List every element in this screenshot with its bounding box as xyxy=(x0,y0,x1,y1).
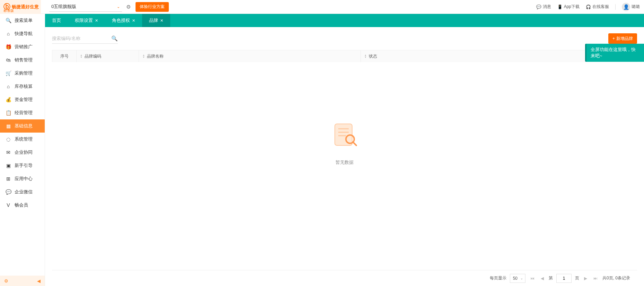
sidebar-item-label: 畅会员 xyxy=(15,202,28,208)
messages-link[interactable]: 💬 消息 xyxy=(536,4,551,10)
sidebar-item-guide[interactable]: ▣新手引导 xyxy=(0,159,45,172)
tab-roleauth[interactable]: 角色授权 ✕ xyxy=(105,14,142,27)
org-name: 0五组旗舰版 xyxy=(51,3,76,10)
sidebar-item-inventory[interactable]: ⌂库存核算 xyxy=(0,80,45,93)
sidebar-item-label: 采购管理 xyxy=(15,70,33,76)
home-icon: ⌂ xyxy=(6,31,11,36)
collapse-icon[interactable]: ◀ xyxy=(37,278,41,284)
sidebar-item-quicknav[interactable]: ⌂快捷导航 xyxy=(0,27,45,40)
tab-label: 角色授权 xyxy=(112,17,130,24)
col-code[interactable]: ▲▼ 品牌编码 xyxy=(77,50,139,62)
col-seq[interactable]: 序号 xyxy=(52,50,77,62)
page-input[interactable] xyxy=(556,274,572,283)
sidebar-item-sales[interactable]: 🛍销售管理 xyxy=(0,53,45,67)
add-btn-label: 新增品牌 xyxy=(616,36,633,42)
sidebar-item-funds[interactable]: 💰资金管理 xyxy=(0,93,45,106)
prev-page-button[interactable]: ◀ xyxy=(539,276,545,281)
app-download-link[interactable]: 📱 App下载 xyxy=(557,4,580,10)
divider xyxy=(615,4,616,10)
tab-label: 首页 xyxy=(52,17,61,24)
sidebar-item-label: 销售管理 xyxy=(15,57,33,63)
sidebar-item-label: 应用中心 xyxy=(15,176,33,182)
sort-icon[interactable]: ▲▼ xyxy=(364,54,367,58)
settings-icon[interactable]: ⚙ xyxy=(4,278,8,284)
empty-illustration-icon xyxy=(327,118,362,152)
page-summary: 共0页, 0条记录 xyxy=(602,275,630,281)
close-icon[interactable]: ✕ xyxy=(95,18,98,23)
org-select[interactable]: 0五组旗舰版 ⌄ xyxy=(49,2,122,12)
search-field[interactable]: 🔍 xyxy=(52,33,118,44)
search-icon[interactable]: 🔍 xyxy=(111,35,118,42)
close-icon[interactable]: ✕ xyxy=(132,18,135,23)
gear-icon[interactable]: ⚙ xyxy=(126,4,131,10)
sidebar-item-search[interactable]: 🔍搜索菜单 xyxy=(0,14,45,27)
circle-icon: ◌ xyxy=(6,136,11,142)
tab-label: 品牌 xyxy=(149,17,158,24)
sidebar-item-label: 资金管理 xyxy=(15,96,33,103)
fullscreen-tip[interactable]: 全屏功能在这里哦，快来吧~ xyxy=(585,44,644,62)
close-icon[interactable]: ✕ xyxy=(160,18,163,23)
money-icon: 💰 xyxy=(6,97,11,102)
avatar-icon: 👤 xyxy=(622,3,630,11)
headset-icon: 🎧 xyxy=(586,5,591,9)
add-brand-button[interactable]: + 新增品牌 xyxy=(608,33,637,44)
experience-button[interactable]: 体验行业方案 xyxy=(136,2,169,12)
per-page-label: 每页显示 xyxy=(490,275,506,281)
sidebar-item-label: 基础信息 xyxy=(15,123,33,129)
grid-icon: ▦ xyxy=(6,123,11,129)
per-page-select[interactable]: 50 ⌄ xyxy=(510,274,525,283)
search-input[interactable] xyxy=(52,36,111,41)
sidebar-item-label: 企业微信 xyxy=(15,189,33,195)
tab-home[interactable]: 首页 xyxy=(45,14,68,27)
logo-subtext: 标准版 xyxy=(3,8,14,13)
tabs: 首页 权限设置 ✕ 角色授权 ✕ 品牌 ✕ xyxy=(45,14,644,27)
sidebar: 🔍搜索菜单 ⌂快捷导航 🎁营销推广 🛍销售管理 🛒采购管理 ⌂库存核算 💰资金管… xyxy=(0,14,45,286)
cart-icon: 🛒 xyxy=(6,70,11,76)
sidebar-item-collab[interactable]: ✉企业协同 xyxy=(0,146,45,159)
toolbar: 🔍 + 新增品牌 xyxy=(52,33,637,44)
tab-permission[interactable]: 权限设置 ✕ xyxy=(68,14,105,27)
svg-line-5 xyxy=(353,142,356,145)
logo-area: ⓑ 畅捷通好生意 标准版 xyxy=(0,0,41,14)
sidebar-item-label: 新手引导 xyxy=(15,162,33,169)
sidebar-item-wecom[interactable]: 💬企业微信 xyxy=(0,185,45,199)
pagination: 每页显示 50 ⌄ ⏮ ◀ 第 页 ▶ ⏭ 共0页, 0条记录 xyxy=(52,270,637,286)
sidebar-item-purchase[interactable]: 🛒采购管理 xyxy=(0,67,45,80)
logo-text: 畅捷通好生意 xyxy=(12,4,39,10)
col-name[interactable]: ▲▼ 品牌名称 xyxy=(139,50,361,62)
message-icon: 💬 xyxy=(536,5,541,9)
user-menu[interactable]: 👤 璐璐 xyxy=(622,3,640,11)
sidebar-item-label: 库存核算 xyxy=(15,83,33,90)
sidebar-item-system[interactable]: ◌系统管理 xyxy=(0,133,45,146)
last-page-button[interactable]: ⏭ xyxy=(592,276,599,281)
sidebar-item-basicinfo[interactable]: ▦基础信息 xyxy=(0,119,45,133)
online-service-link[interactable]: 🎧 在线客服 xyxy=(586,4,609,10)
sidebar-item-label: 搜索菜单 xyxy=(15,17,33,24)
tab-label: 权限设置 xyxy=(75,17,93,24)
square-icon: ▣ xyxy=(6,163,11,168)
sidebar-item-label: 系统管理 xyxy=(15,136,33,142)
first-page-button[interactable]: ⏮ xyxy=(529,276,536,281)
sidebar-item-member[interactable]: V畅会员 xyxy=(0,199,45,212)
next-page-button[interactable]: ▶ xyxy=(583,276,589,281)
tab-brand[interactable]: 品牌 ✕ xyxy=(142,14,170,27)
sort-icon[interactable]: ▲▼ xyxy=(142,54,145,58)
apps-icon: ⊞ xyxy=(6,176,11,182)
top-header: ⓑ 畅捷通好生意 标准版 0五组旗舰版 ⌄ ⚙ 体验行业方案 💬 消息 📱 Ap… xyxy=(0,0,644,14)
main: 首页 权限设置 ✕ 角色授权 ✕ 品牌 ✕ 🔍 + xyxy=(45,14,644,286)
sort-icon[interactable]: ▲▼ xyxy=(80,54,82,58)
v-icon: V xyxy=(6,202,11,208)
table-header: 序号 ▲▼ 品牌编码 ▲▼ 品牌名称 ▲▼ 状态 xyxy=(52,50,637,62)
mail-icon: ✉ xyxy=(6,150,11,155)
page-prefix: 第 xyxy=(549,275,553,281)
search-icon: 🔍 xyxy=(6,18,11,23)
chevron-down-icon: ⌄ xyxy=(520,276,523,280)
gift-icon: 🎁 xyxy=(6,44,11,50)
sidebar-item-operations[interactable]: 📋经营管理 xyxy=(0,106,45,119)
plus-icon: + xyxy=(612,36,615,41)
sidebar-item-marketing[interactable]: 🎁营销推广 xyxy=(0,40,45,53)
content: 🔍 + 新增品牌 全屏功能在这里哦，快来吧~ 序号 ▲▼ 品牌编码 xyxy=(45,27,644,286)
bag-icon: 🛍 xyxy=(6,57,11,63)
sidebar-item-appcenter[interactable]: ⊞应用中心 xyxy=(0,172,45,185)
empty-text: 暂无数据 xyxy=(336,159,354,166)
